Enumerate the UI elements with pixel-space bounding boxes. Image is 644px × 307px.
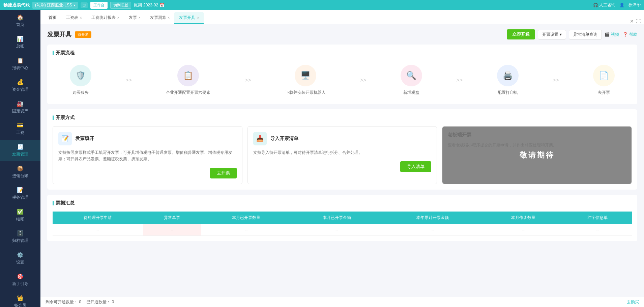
company-name: (勾刷) 江西服业-LSS [35, 2, 72, 8]
tab-invoice-tool[interactable]: 发票开具 × [174, 12, 204, 24]
col-header-4: 本年累计开票金额 [382, 212, 484, 224]
col-header-5: 本月作废数量 [484, 212, 563, 224]
manual-go-btn[interactable]: 去开票 [210, 168, 237, 178]
sidebar-item-general-ledger[interactable]: 📊 总账 [0, 32, 40, 53]
user-name[interactable]: 徐泽华 [628, 2, 641, 8]
sidebar-item-salary[interactable]: 💳 工资 [0, 118, 40, 140]
user-avatar[interactable]: 👤 [619, 3, 624, 7]
sep: | [620, 32, 621, 37]
archive-icon: 🗄️ [17, 230, 24, 236]
dropdown-icon: ▾ [560, 32, 562, 37]
buy-service-label: 购买服务 [72, 90, 89, 95]
workspace-btn[interactable]: 工作台 [90, 2, 108, 9]
tab-invoice[interactable]: 发票 × [124, 12, 145, 24]
flow-step-add-tax-disk[interactable]: 🔍 新增税盘 [401, 65, 422, 95]
open-now-btn[interactable]: 立即开通 [507, 29, 535, 39]
sidebar-item-invoice[interactable]: 🧾 发票管理 [0, 140, 40, 161]
billing-flow-section: 开票流程 🛡️ 购买服务 >> 📋 企业开通配置开票六要素 >> 🖥️ [47, 45, 637, 104]
tab-invoice-tool-label: 发票开具 [179, 15, 195, 21]
top-bar: 畅捷通易代账 (勾刷) 江西服业-LSS ▾ ⊡ 工作台 切到旧版 账期 202… [0, 0, 644, 10]
video-icon: 🎬 [605, 32, 610, 37]
import-go-btn[interactable]: 导入清单 [400, 161, 431, 172]
tab-invoice-calc[interactable]: 发票测算 × [145, 12, 175, 24]
close-all-icon[interactable]: ✕ [630, 19, 634, 24]
sidebar-item-purchase-sales[interactable]: 📦 进销台账 [0, 161, 40, 183]
switch-old-btn[interactable]: 切到旧版 [110, 2, 131, 9]
billing-methods-title: 开票方式 [53, 115, 632, 121]
issue-invoice-label: 去开票 [598, 90, 610, 95]
chevron-down-icon: ▾ [74, 3, 75, 7]
sidebar-item-home[interactable]: 🏠 首页 [0, 10, 40, 32]
assets-icon: 🏭 [17, 101, 24, 107]
sidebar-item-fixed-assets[interactable]: 🏭 固定资产 [0, 96, 40, 118]
config-printer-icon: 🖨️ [497, 65, 519, 86]
cell-6: -- [563, 224, 632, 236]
copy-icon[interactable]: ⊡ [81, 2, 88, 8]
top-bar-left: 畅捷通易代账 (勾刷) 江西服业-LSS ▾ ⊡ 工作台 切到旧版 账期 202… [3, 2, 165, 9]
flow-step-buy-service[interactable]: 🛡️ 购买服务 [70, 65, 91, 95]
sidebar-item-fund[interactable]: 💰 资金管理 [0, 75, 40, 96]
cell-1: -- [143, 224, 201, 236]
tab-salary-table[interactable]: 工资表 × [61, 12, 87, 24]
tab-invoice-calc-close[interactable]: × [168, 16, 170, 20]
open-settings-btn[interactable]: 开票设置 ▾ [538, 30, 566, 39]
tab-bar: 首页 工资表 × 工资统计报表 × 发票 × 发票测算 × 发票开具 × [40, 10, 644, 24]
download-robot-icon: 🖥️ [295, 65, 316, 86]
page-content: 发票开具 待开通 立即开通 开票设置 ▾ 异常清单查询 🎬 视频 | ❓ [40, 24, 644, 297]
tab-invoice-calc-label: 发票测算 [150, 15, 166, 21]
tab-home[interactable]: 首页 [44, 12, 61, 24]
method-card-manual: 📝 发票填开 支持按照发票样式手工填写开发票；可开具增值税电子普通发票、增值税普… [53, 126, 242, 184]
download-robot-label: 下载并安装开票机器人 [285, 90, 326, 95]
tab-salary-stats-close[interactable]: × [117, 16, 119, 20]
method-card-boss: 老板端开票 查看老板端小程序提交的开票申请，并作出相应处理和开票。 敬请期待 [442, 126, 632, 184]
sidebar-label-purchase-sales: 进销台账 [12, 173, 28, 179]
import-icon: 📥 [253, 132, 267, 145]
manual-title: 发票填开 [75, 136, 94, 142]
page-header-right: 立即开通 开票设置 ▾ 异常清单查询 🎬 视频 | ❓ 帮助 [507, 29, 637, 39]
summary-title: 票据汇总 [53, 200, 632, 206]
add-tax-disk-label: 新增税盘 [403, 90, 419, 95]
method-manual-header: 📝 发票填开 [58, 132, 237, 145]
billing-flow-title: 开票流程 [53, 50, 632, 56]
sidebar-label-reports: 报表中心 [12, 65, 28, 71]
tab-salary-table-close[interactable]: × [80, 16, 82, 20]
tab-invoice-close[interactable]: × [139, 16, 141, 20]
fund-icon: 💰 [17, 79, 24, 85]
video-help-btn[interactable]: 🎬 视频 | ❓ 帮助 [605, 32, 637, 37]
opened-text: 已开通数量： 0 [86, 299, 114, 305]
issue-invoice-icon: 📄 [593, 65, 615, 86]
app-logo: 畅捷通易代账 [3, 2, 30, 8]
member-icon: 👑 [17, 295, 24, 301]
period-display: 账期 2023-02 📅 [134, 2, 165, 8]
arrow-5: >> [553, 77, 559, 83]
abnormal-query-btn[interactable]: 异常清单查询 [569, 30, 602, 39]
sidebar-item-settings[interactable]: ⚙️ 设置 [0, 248, 40, 269]
headphone-icon: 🎧 [593, 3, 598, 7]
sidebar-item-reports[interactable]: 📋 报表中心 [0, 53, 40, 75]
sidebar-item-tax[interactable]: 📝 税务管理 [0, 183, 40, 204]
flow-step-download-robot[interactable]: 🖥️ 下载并安装开票机器人 [285, 65, 326, 95]
manual-desc: 支持按照发票样式手工填写开发票；可开具增值税电子普通发票、增值税普通发票、增值税… [58, 149, 237, 162]
sidebar-item-new-guide[interactable]: 🎯 新手引导 [0, 269, 40, 291]
sidebar-item-archive[interactable]: 🗄️ 归档管理 [0, 226, 40, 248]
buy-link[interactable]: 去购买 [627, 299, 639, 305]
tab-salary-stats[interactable]: 工资统计报表 × [87, 12, 124, 24]
col-header-6: 红字信息单 [563, 212, 632, 224]
sidebar-item-settlement[interactable]: ✅ 结账 [0, 204, 40, 226]
flow-step-config-printer[interactable]: 🖨️ 配置打印机 [497, 65, 519, 95]
home-icon: 🏠 [17, 14, 24, 21]
tab-invoice-tool-close[interactable]: × [197, 16, 199, 20]
flow-step-issue-invoice[interactable]: 📄 去开票 [593, 65, 615, 95]
main-layout: 🏠 首页 📊 总账 📋 报表中心 💰 资金管理 🏭 固定资产 💳 工资 🧾 发票… [0, 10, 644, 307]
sidebar-item-member[interactable]: 👑 畅会员 [0, 291, 40, 307]
flow-step-setup-enterprise[interactable]: 📋 企业开通配置开票六要素 [166, 65, 210, 95]
summary-data-row: -- -- -- -- -- -- -- [53, 224, 632, 236]
sidebar-label-new-guide: 新手引导 [12, 281, 28, 287]
restore-icon[interactable]: ⛶ [636, 19, 641, 24]
support-btn[interactable]: 🎧 人工咨询 [593, 2, 615, 8]
billing-methods-section: 开票方式 📝 发票填开 支持按照发票样式手工填写开发票；可开具增值税电子普通发票… [47, 109, 637, 190]
company-selector[interactable]: (勾刷) 江西服业-LSS ▾ [32, 2, 78, 9]
calendar-icon[interactable]: 📅 [159, 3, 165, 7]
tab-salary-stats-label: 工资统计报表 [91, 15, 116, 21]
help-icon: ❓ [623, 32, 628, 37]
